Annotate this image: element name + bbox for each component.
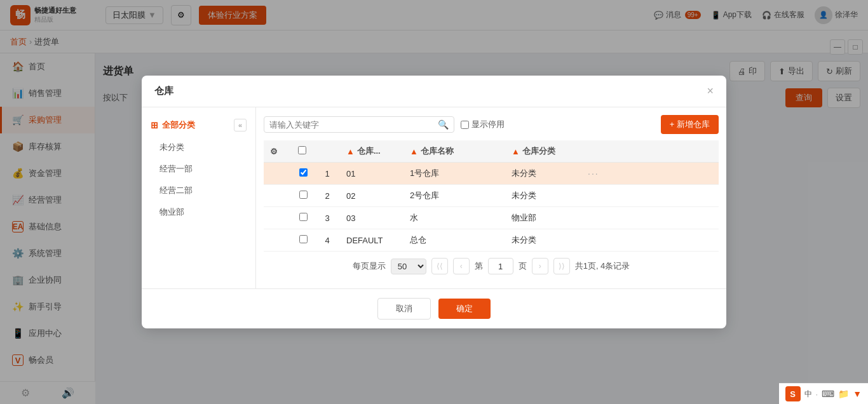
first-page-button[interactable]: ⟨⟨ <box>431 258 448 274</box>
row-name: 总仓 <box>403 229 505 252</box>
row-checkbox-cell <box>292 185 315 207</box>
search-input[interactable] <box>269 120 438 130</box>
row-index: 2 <box>315 185 340 207</box>
category-item-ops1[interactable]: 经营一部 <box>142 158 255 180</box>
s-logo: S <box>785 386 801 401</box>
modal-overlay: 仓库 × ⊞ 全部分类 « 未分类 经营一部 经营二部 <box>0 0 868 404</box>
row-gear-cell <box>264 207 292 229</box>
modal-close-button[interactable]: × <box>707 84 714 98</box>
taskbar-icon2: ▼ <box>853 389 862 399</box>
modal-title: 仓库 <box>154 85 173 97</box>
row-index: 1 <box>315 163 340 185</box>
th-index <box>315 140 340 163</box>
warehouse-table: ⚙ ▲ 仓库... <box>264 140 719 252</box>
row-checkbox[interactable] <box>299 168 308 177</box>
modal-header: 仓库 × <box>142 76 726 107</box>
modal-footer: 取消 确定 <box>142 288 726 328</box>
row-checkbox-cell <box>292 207 315 229</box>
warehouse-modal: 仓库 × ⊞ 全部分类 « 未分类 经营一部 经营二部 <box>142 76 726 328</box>
row-gear-cell <box>264 163 292 185</box>
row-actions: ··· <box>581 163 719 185</box>
row-actions <box>581 207 719 229</box>
row-gear-cell <box>264 185 292 207</box>
search-icon: 🔍 <box>438 119 449 130</box>
show-disabled-checkbox[interactable] <box>461 121 469 129</box>
th-category: ▲ 仓库分类 <box>505 140 581 163</box>
search-input-wrap: 🔍 <box>264 116 454 133</box>
per-page-label: 每页显示 <box>353 260 386 272</box>
row-category: 未分类 <box>505 185 581 207</box>
table-row[interactable]: 2 02 2号仓库 未分类 <box>264 185 719 207</box>
show-disabled-checkbox-label[interactable]: 显示停用 <box>461 119 505 130</box>
row-name: 1号仓库 <box>403 163 505 185</box>
grid-icon: ⊞ <box>151 120 158 130</box>
modal-body: ⊞ 全部分类 « 未分类 经营一部 经营二部 物业部 <box>142 107 726 288</box>
select-all-checkbox[interactable] <box>298 146 306 154</box>
table-wrapper: ⚙ ▲ 仓库... <box>264 140 719 252</box>
all-categories-item[interactable]: ⊞ 全部分类 « <box>142 114 255 137</box>
th-actions <box>581 140 719 163</box>
row-category: 未分类 <box>505 163 581 185</box>
add-warehouse-button[interactable]: + 新增仓库 <box>661 115 719 134</box>
row-index: 4 <box>315 229 340 252</box>
category-item-property[interactable]: 物业部 <box>142 201 255 223</box>
row-category: 物业部 <box>505 207 581 229</box>
row-checkbox-cell <box>292 229 315 252</box>
dot-separator: · <box>816 389 818 399</box>
chinese-input-icon: 中 <box>804 389 812 400</box>
cancel-button[interactable]: 取消 <box>377 298 431 320</box>
sort-icon-code: ▲ <box>346 147 355 156</box>
sort-icon-name: ▲ <box>410 147 418 156</box>
gear-header-icon: ⚙ <box>270 147 278 156</box>
last-page-button[interactable]: ⟩⟩ <box>553 258 570 274</box>
row-code: DEFAULT <box>340 229 403 252</box>
th-checkbox <box>292 140 315 163</box>
keyboard-icon: ⌨ <box>822 389 834 399</box>
row-checkbox[interactable] <box>299 191 308 199</box>
sort-icon-cat: ▲ <box>512 147 520 156</box>
taskbar-icon1: 📁 <box>838 389 849 399</box>
table-row[interactable]: 3 03 水 物业部 <box>264 207 719 229</box>
th-code: ▲ 仓库... <box>340 140 403 163</box>
row-more-button[interactable]: ··· <box>588 168 599 178</box>
data-panel: 🔍 显示停用 + 新增仓库 ⚙ <box>256 107 726 288</box>
row-actions <box>581 229 719 252</box>
prev-page-button[interactable]: ‹ <box>453 258 470 274</box>
page-total: 共1页, 4条记录 <box>575 260 630 272</box>
page-label: 第 <box>475 260 483 272</box>
row-index: 3 <box>315 207 340 229</box>
row-code: 03 <box>340 207 403 229</box>
page-suffix: 页 <box>519 260 527 272</box>
table-row[interactable]: 4 DEFAULT 总仓 未分类 <box>264 229 719 252</box>
category-item-unclassified[interactable]: 未分类 <box>142 137 255 158</box>
category-panel: ⊞ 全部分类 « 未分类 经营一部 经营二部 物业部 <box>142 107 256 288</box>
row-checkbox[interactable] <box>299 235 308 243</box>
category-item-ops2[interactable]: 经营二部 <box>142 180 255 201</box>
per-page-select[interactable]: 50 100 200 <box>391 259 426 274</box>
row-name: 水 <box>403 207 505 229</box>
row-code: 02 <box>340 185 403 207</box>
confirm-button[interactable]: 确定 <box>438 299 491 319</box>
th-name: ▲ 仓库名称 <box>403 140 505 163</box>
next-page-button[interactable]: › <box>532 258 548 274</box>
category-collapse-button[interactable]: « <box>234 119 247 131</box>
bottom-right-bar: S 中 · ⌨ 📁 ▼ <box>779 383 868 404</box>
pagination: 每页显示 50 100 200 ⟨⟨ ‹ 第 页 › ⟩⟩ 共1页, 4条记录 <box>264 252 719 281</box>
table-body: 1 01 1号仓库 未分类 ··· 2 02 2号仓库 未分类 3 03 水 物… <box>264 163 719 252</box>
table-row[interactable]: 1 01 1号仓库 未分类 ··· <box>264 163 719 185</box>
row-code: 01 <box>340 163 403 185</box>
th-settings: ⚙ <box>264 140 292 163</box>
show-disabled-label: 显示停用 <box>471 119 505 130</box>
search-bar: 🔍 显示停用 + 新增仓库 <box>264 115 719 134</box>
row-actions <box>581 185 719 207</box>
row-checkbox-cell <box>292 163 315 185</box>
row-name: 2号仓库 <box>403 185 505 207</box>
page-input[interactable] <box>488 258 513 274</box>
row-category: 未分类 <box>505 229 581 252</box>
all-categories-label: 全部分类 <box>162 119 195 131</box>
row-checkbox[interactable] <box>299 213 308 221</box>
table-header: ⚙ ▲ 仓库... <box>264 140 719 163</box>
row-gear-cell <box>264 229 292 252</box>
